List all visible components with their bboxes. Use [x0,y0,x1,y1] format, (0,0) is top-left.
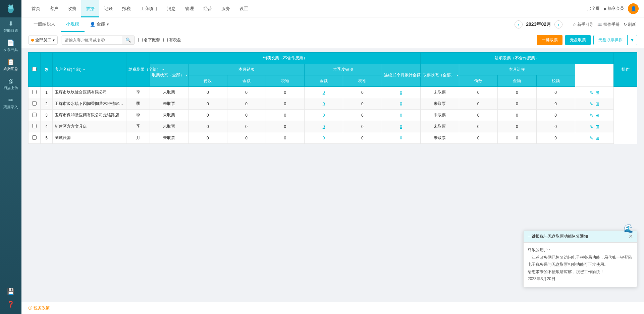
tab-general[interactable]: 一般纳税人 [28,17,61,32]
row-sales-12month[interactable]: 0 [382,110,420,121]
row-checkbox[interactable] [32,113,37,117]
header-check [29,53,41,87]
view-action-icon[interactable]: ⊞ [595,101,599,107]
nav-collection[interactable]: 收费 [63,0,81,17]
refresh-button[interactable]: ↻ 刷新 [624,22,636,27]
sidebar-item-data-entry[interactable]: ✏ 票据录入 [0,94,21,113]
row-checkbox[interactable] [32,135,37,140]
manual-button[interactable]: 📖 操作手册 [597,22,620,27]
tax-period-filter-icon[interactable]: ▾ [162,68,164,71]
no-disk-ops-button[interactable]: 无盘取票操作 [593,35,628,45]
notification-close-button[interactable]: ✕ [629,233,633,240]
row-sales-status: 未取票 [150,98,189,110]
nav-invoice[interactable]: 票据 [81,0,99,17]
new-guide-button[interactable]: ☆ 新手引导 [573,22,593,27]
no-disk-fetch-button[interactable]: 无盘取票 [565,35,591,45]
sidebar-item-invoice-summary[interactable]: 📋 票据汇总 [0,56,21,75]
header-sales-month-count: 份数 [189,75,227,87]
row-sales-12month[interactable]: 0 [382,121,420,132]
row-sales-quarter-amount[interactable]: 0 [305,110,343,121]
row-sales-12month[interactable]: 0 [382,98,420,110]
row-sales-quarter-amount[interactable]: 0 [305,132,343,144]
sidebar-item-download[interactable]: 💾 [0,285,21,298]
row-sales-12month[interactable]: 0 [382,87,420,98]
view-action-icon[interactable]: ⊞ [595,90,599,95]
nav-message[interactable]: 消息 [162,0,180,17]
view-action-icon[interactable]: ⊞ [595,113,599,118]
nav-customer[interactable]: 客户 [45,0,63,17]
employee-filter[interactable]: 全部员工 ▾ [28,36,58,45]
nav-manage[interactable]: 管理 [180,0,199,17]
member-button[interactable]: ▶ 畅享会员 [604,6,624,11]
has-taxdisk-checkbox[interactable]: 有税盘 [163,37,181,43]
sales-status-filter-icon[interactable]: ▾ [186,73,187,77]
row-purchase-month-amount: 0 [498,110,536,121]
edit-action-icon[interactable]: ✎ [589,113,593,118]
one-click-fetch-button[interactable]: 一键取票 [537,35,562,45]
edit-action-icon[interactable]: ✎ [589,90,593,95]
prev-period-button[interactable]: ‹ [515,20,523,28]
check-all[interactable] [32,67,37,71]
name-filter-icon[interactable]: ▾ [83,68,85,71]
tab-small[interactable]: 小规模 [61,17,85,32]
row-sales-month-amount: 0 [227,110,266,121]
purchase-status-filter-icon[interactable]: ▾ [457,73,458,77]
sidebar-item-smart-fetch[interactable]: ⬇ 智能取票 [0,17,21,37]
row-checkbox[interactable] [32,124,37,128]
row-sales-12month[interactable]: 0 [382,132,420,144]
search-button[interactable]: 🔍 [122,36,135,44]
sidebar-item-help[interactable]: ❓ [0,298,21,311]
row-sales-quarter-amount[interactable]: 0 [305,87,343,98]
nav-tax[interactable]: 报税 [117,0,136,17]
edit-action-icon[interactable]: ✎ [589,135,593,141]
edit-icon: ✏ [8,97,13,103]
nav-accounting[interactable]: 记账 [99,0,117,17]
nav-settings[interactable]: 设置 [235,0,253,17]
row-sales-month-count: 0 [189,98,227,110]
edit-action-icon[interactable]: ✎ [589,124,593,129]
row-sales-quarter-amount[interactable]: 0 [305,98,343,110]
no-disk-ops-dropdown[interactable]: ▼ [628,35,637,45]
search-icon: 🔍 [125,38,131,43]
row-num: 4 [41,121,53,132]
sidebar-item-issue-invoice[interactable]: 📄 发票开具 [0,37,21,56]
my-accounts-checkbox[interactable]: 名下账套 [138,37,160,43]
row-sales-quarter-tax: 0 [343,98,382,110]
nav-service[interactable]: 服务 [217,0,235,17]
row-tax-period: 季 [126,110,150,121]
list-icon: 📋 [7,59,14,65]
row-sales-status: 未取票 [150,87,189,98]
nav-business[interactable]: 工商项目 [136,0,162,17]
view-action-icon[interactable]: ⊞ [595,135,599,141]
notification-wave: 🌊 [624,224,634,233]
row-checkbox[interactable] [32,90,37,94]
next-period-button[interactable]: › [554,20,562,28]
user-avatar[interactable]: 👤 [628,3,639,14]
sidebar-logo[interactable] [0,0,21,17]
view-action-icon[interactable]: ⊞ [595,124,599,129]
edit-action-icon[interactable]: ✎ [589,101,593,107]
header-purchase-status: 取票状态（全部） ▾ [420,64,459,87]
row-num: 1 [41,87,53,98]
play-icon: ▶ [604,6,607,11]
row-sales-quarter-amount[interactable]: 0 [305,121,343,132]
nav-operation[interactable]: 经营 [199,0,217,17]
row-purchase-month-tax: 0 [536,110,575,121]
tabs-bar-inner: 一般纳税人 小规模 👤 全能 ▾ ‹ 2023年02月 › ☆ [28,17,637,32]
tab-all[interactable]: 👤 全能 ▾ [85,17,114,32]
row-sales-quarter-tax: 0 [343,110,382,121]
header-sales-month-tax: 税额 [266,75,304,87]
sidebar-item-scan-upload[interactable]: 🖨 扫描上传 [0,75,21,94]
fullscreen-button[interactable]: ⛶ 全屏 [587,6,600,11]
row-tax-period: 季 [126,98,150,110]
row-sales-month-amount: 0 [227,87,266,98]
header-sales-quarter: 本季度销项 [305,64,382,75]
row-checkbox[interactable] [32,101,37,106]
nav-home[interactable]: 首页 [27,0,45,17]
search-input[interactable] [61,36,122,44]
notification-title: 一键报税与无盘取票功能恢复通知 [528,234,588,239]
tax-policy-link[interactable]: ⓘ 税务政策 [28,305,50,311]
row-sales-month-count: 0 [189,121,227,132]
table-settings-icon[interactable]: ⚙ [44,67,49,72]
row-purchase-status: 未取票 [420,98,459,110]
